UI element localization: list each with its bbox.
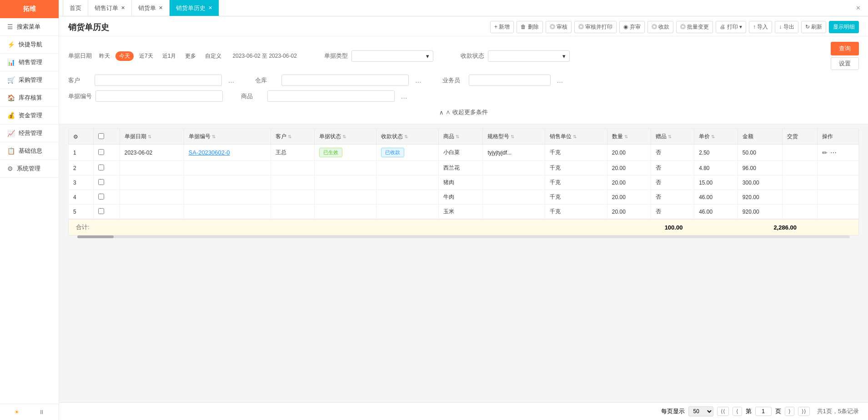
more-icon[interactable]: ⋯ <box>830 149 837 156</box>
sidebar-item-finance[interactable]: 💰 资金管理 <box>0 107 59 125</box>
col-doc-date[interactable]: 单据日期⇅ <box>120 129 184 145</box>
col-qty[interactable]: 数量⇅ <box>607 129 651 145</box>
col-customer[interactable]: 客户⇅ <box>271 129 315 145</box>
horizontal-scrollbar[interactable] <box>77 235 850 238</box>
sidebar-pause-icon[interactable]: ⏸ <box>39 409 45 415</box>
date-label: 单据日期 <box>68 52 92 60</box>
tab-sales-order[interactable]: 销售订单 ✕ <box>88 0 132 16</box>
tab-sales-delivery[interactable]: 销货单 ✕ <box>132 0 170 16</box>
warehouse-dots-button[interactable]: ... <box>412 75 424 85</box>
date-pill-1month[interactable]: 近1月 <box>159 51 180 61</box>
date-pill-today[interactable]: 今天 <box>115 51 134 61</box>
row-unit: 千克 <box>545 145 607 161</box>
col-amount[interactable]: 金额 <box>738 129 783 145</box>
salesperson-dots-button[interactable]: ... <box>554 75 566 85</box>
new-button[interactable]: + 新增 <box>490 21 514 33</box>
col-pay-status[interactable]: 收款状态⇅ <box>376 129 439 145</box>
row-checkbox-cell[interactable] <box>93 190 120 205</box>
next-page-button[interactable]: ⟩ <box>785 407 794 416</box>
sidebar-item-system-mgmt[interactable]: ⚙ 系统管理 <box>0 160 59 178</box>
sidebar-item-purchase-mgmt[interactable]: 🛒 采购管理 <box>0 71 59 89</box>
page-size-select[interactable]: 50 100 200 <box>688 406 713 416</box>
col-checkbox[interactable] <box>93 129 120 145</box>
row-checkbox-cell[interactable] <box>93 145 120 161</box>
collect-button[interactable]: ◎ 收款 <box>647 21 673 33</box>
collapse-icon: ∧ <box>439 109 444 116</box>
row-checkbox[interactable] <box>98 194 104 200</box>
sidebar-sun-icon[interactable]: ☀ <box>14 409 20 415</box>
date-pill-yesterday[interactable]: 昨天 <box>95 51 114 61</box>
query-button[interactable]: 查询 <box>831 42 859 55</box>
salesperson-input[interactable] <box>469 75 551 86</box>
scroll-thumb[interactable] <box>77 235 114 238</box>
print-button[interactable]: 🖨 打印 ▾ <box>716 21 746 33</box>
col-price[interactable]: 单价⇅ <box>694 129 738 145</box>
goods-input[interactable] <box>267 90 395 102</box>
sidebar-item-quick-nav[interactable]: ⚡ 快捷导航 <box>0 36 59 54</box>
col-gift[interactable]: 赠品⇅ <box>651 129 694 145</box>
paystatus-select[interactable]: ▾ <box>488 50 570 62</box>
collapse-filters-button[interactable]: ∧ ∧ 收起更多条件 <box>68 106 859 118</box>
doctype-select[interactable]: ▾ <box>351 50 433 62</box>
row-checkbox-cell[interactable] <box>93 161 120 175</box>
delete-button[interactable]: 🗑 删除 <box>517 21 542 33</box>
page-input[interactable] <box>755 407 772 416</box>
row-doc-no[interactable] <box>184 175 271 190</box>
row-checkbox[interactable] <box>98 165 104 170</box>
import-button[interactable]: ↑ 导入 <box>749 21 772 33</box>
col-doc-no[interactable]: 单据编号⇅ <box>184 129 271 145</box>
first-page-button[interactable]: ⟨⟨ <box>717 407 729 416</box>
settings-button[interactable]: 设置 <box>831 57 859 70</box>
row-doc-no[interactable]: SA-20230602-0 <box>184 145 271 161</box>
row-doc-no[interactable] <box>184 161 271 175</box>
date-pill-more[interactable]: 更多 <box>181 51 200 61</box>
abandon-button[interactable]: ◉ 弃审 <box>619 21 644 33</box>
col-doc-status[interactable]: 单据状态⇅ <box>314 129 376 145</box>
row-checkbox[interactable] <box>98 149 104 155</box>
row-checkbox[interactable] <box>98 179 104 185</box>
date-pill-7days[interactable]: 近7天 <box>135 51 157 61</box>
row-checkbox-cell[interactable] <box>93 175 120 190</box>
review-print-button[interactable]: ◎ 审核并打印 <box>574 21 617 33</box>
filter-warehouse-group: 仓库 ... <box>255 75 424 86</box>
col-unit[interactable]: 销售单位⇅ <box>545 129 607 145</box>
tab-sales-history[interactable]: 销货单历史 ✕ <box>170 0 219 16</box>
sidebar-item-search-menu[interactable]: ☰ 搜索菜单 <box>0 18 59 36</box>
prev-page-button[interactable]: ⟨ <box>733 407 742 416</box>
edit-icon[interactable]: ✏ <box>822 149 828 156</box>
customer-dots-button[interactable]: ... <box>226 75 237 85</box>
row-doc-no[interactable] <box>184 190 271 205</box>
row-checkbox[interactable] <box>98 208 104 214</box>
tab-close-sales-order[interactable]: ✕ <box>121 5 125 11</box>
row-pay-status: 已收款 <box>376 145 439 161</box>
show-details-button[interactable]: 显示明细 <box>829 21 859 33</box>
customer-input[interactable] <box>95 75 222 86</box>
sidebar-item-sales-mgmt[interactable]: 📊 销售管理 <box>0 54 59 71</box>
row-goods: 小白菜 <box>439 145 483 161</box>
sidebar-item-basic-info[interactable]: 📋 基础信息 <box>0 142 59 160</box>
doc-no-link[interactable]: SA-20230602-0 <box>189 149 230 156</box>
col-goods[interactable]: 商品⇅ <box>439 129 483 145</box>
batch-change-button[interactable]: ◎ 批量变更 <box>676 21 713 33</box>
tab-close-sales-delivery[interactable]: ✕ <box>159 5 163 11</box>
docno-input[interactable] <box>95 90 223 102</box>
export-button[interactable]: ↓ 导出 <box>775 21 798 33</box>
refresh-button[interactable]: ↻ 刷新 <box>801 21 826 33</box>
last-page-button[interactable]: ⟩⟩ <box>798 407 810 416</box>
sidebar-item-inventory[interactable]: 🏠 库存核算 <box>0 89 59 107</box>
row-checkbox-cell[interactable] <box>93 205 120 219</box>
tab-close-sales-history[interactable]: ✕ <box>208 5 212 11</box>
sidebar-item-label: 库存核算 <box>19 94 42 102</box>
row-doc-no[interactable] <box>184 205 271 219</box>
sidebar-item-operations[interactable]: 📈 经营管理 <box>0 125 59 142</box>
date-pill-custom[interactable]: 自定义 <box>201 51 225 61</box>
warehouse-input[interactable] <box>281 75 409 86</box>
tab-bar-close-all[interactable]: ✕ <box>852 3 864 13</box>
col-spec[interactable]: 规格型号⇅ <box>483 129 545 145</box>
select-all-checkbox[interactable] <box>98 133 104 139</box>
review-button[interactable]: ◎ 审核 <box>546 21 572 33</box>
row-customer <box>271 175 315 190</box>
goods-dots-button[interactable]: ... <box>398 91 410 101</box>
tab-home[interactable]: 首页 <box>63 0 88 16</box>
col-settings[interactable]: ⚙ <box>69 129 94 145</box>
